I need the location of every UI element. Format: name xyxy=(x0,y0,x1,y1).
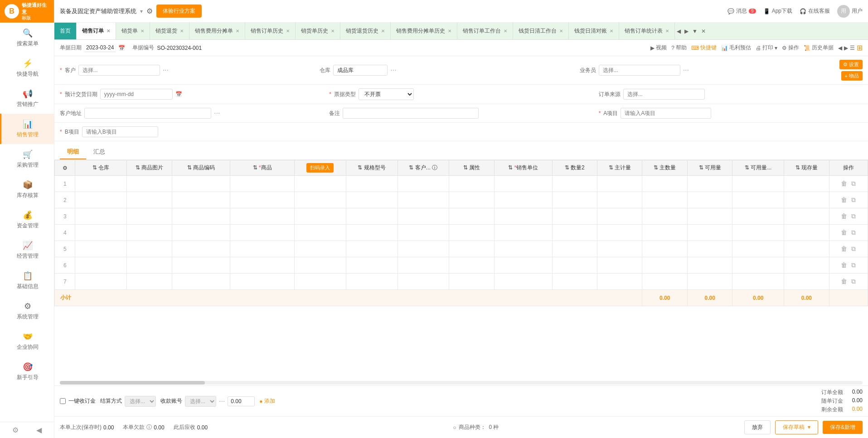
row-attr[interactable] xyxy=(449,176,494,192)
delete-row-icon[interactable]: 🗑 xyxy=(841,229,847,236)
calendar-icon[interactable]: 📅 xyxy=(118,45,125,51)
row-code[interactable] xyxy=(172,192,230,208)
action-shortcut[interactable]: ⌨ 快捷键 xyxy=(691,44,717,52)
row-warehouse[interactable] xyxy=(75,192,127,208)
discard-button[interactable]: 放弃 xyxy=(744,420,771,434)
a-project-input[interactable] xyxy=(621,108,711,119)
notes-input[interactable] xyxy=(343,108,479,119)
row-attr[interactable] xyxy=(449,241,494,257)
row-main-qty[interactable] xyxy=(642,241,687,257)
sidebar-item-operations[interactable]: 📈 经营管理 xyxy=(0,235,54,265)
action-operate[interactable]: ⚙ 操作 xyxy=(782,44,799,52)
sort-icon[interactable]: ⇅ xyxy=(609,164,613,171)
tab-sales-order-history[interactable]: 销售订单历史 ✕ xyxy=(245,23,296,39)
invoice-select[interactable]: 不开票 增值税普通发票 增值税专用发票 xyxy=(359,88,414,100)
row-attr[interactable] xyxy=(449,225,494,241)
copy-row-icon[interactable]: ⧉ xyxy=(851,278,856,285)
copy-row-icon[interactable]: ⧉ xyxy=(851,245,856,252)
row-code[interactable] xyxy=(172,208,230,225)
row-warehouse[interactable] xyxy=(75,208,127,225)
sort-icon[interactable]: ⇅ xyxy=(699,164,703,171)
row-qty2[interactable] xyxy=(552,241,597,257)
draft-dropdown-icon[interactable]: ▾ xyxy=(808,424,810,430)
copy-row-icon[interactable]: ⧉ xyxy=(851,180,856,187)
dropdown-icon[interactable]: ▾ xyxy=(140,8,143,14)
row-main-qty[interactable] xyxy=(642,274,687,290)
sort-icon[interactable]: ⇅ xyxy=(795,164,800,171)
receipt-more-icon[interactable]: ··· xyxy=(219,397,225,405)
salesperson-input[interactable] xyxy=(599,65,680,76)
customer-input[interactable] xyxy=(78,65,160,76)
row-warehouse[interactable] xyxy=(75,241,127,257)
delete-row-icon[interactable]: 🗑 xyxy=(841,261,847,269)
tab-fee-history[interactable]: 销售费用分摊单历史 ✕ xyxy=(391,23,457,39)
sort-icon[interactable]: ⇅ xyxy=(358,164,362,171)
tab-bill-history[interactable]: 销货单历史 ✕ xyxy=(296,23,340,39)
tab-close-icon[interactable]: ✕ xyxy=(504,29,507,34)
action-profit[interactable]: 📊 毛利预估 xyxy=(721,44,751,52)
settings-button[interactable]: ⚙ 设置 xyxy=(839,60,863,69)
copy-row-icon[interactable]: ⧉ xyxy=(851,229,856,236)
row-goods[interactable] xyxy=(230,176,295,192)
row-warehouse[interactable] xyxy=(75,257,127,274)
address-more-icon[interactable]: ··· xyxy=(214,109,220,117)
settings-bottom-icon[interactable]: ⚙ xyxy=(12,426,19,434)
row-unit[interactable] xyxy=(494,225,552,241)
copy-row-icon[interactable]: ⧉ xyxy=(851,212,856,220)
th-scan[interactable]: 扫码录入 xyxy=(295,160,346,176)
tab-close-icon[interactable]: ✕ xyxy=(331,29,335,34)
tab-home[interactable]: 首页 xyxy=(54,23,77,39)
sidebar-item-system[interactable]: ⚙ 系统管理 xyxy=(0,296,54,326)
row-spec[interactable] xyxy=(346,225,398,241)
salesperson-more-icon[interactable]: ··· xyxy=(683,66,689,74)
row-code[interactable] xyxy=(172,225,230,241)
goods-button[interactable]: + 物品 xyxy=(841,71,863,81)
row-spec[interactable] xyxy=(346,176,398,192)
customer-more-icon[interactable]: ··· xyxy=(163,66,169,74)
tab-sales-bill[interactable]: 销货单 ✕ xyxy=(116,23,150,39)
print-dropdown-icon[interactable]: ▾ xyxy=(775,45,777,51)
add-receipt-btn[interactable]: ● 添加 xyxy=(259,397,275,405)
row-qty2[interactable] xyxy=(552,225,597,241)
copy-row-icon[interactable]: ⧉ xyxy=(851,261,856,269)
delete-row-icon[interactable]: 🗑 xyxy=(841,180,847,187)
row-unit[interactable] xyxy=(494,241,552,257)
row-qty2[interactable] xyxy=(552,192,597,208)
delete-row-icon[interactable]: 🗑 xyxy=(841,212,847,220)
delete-row-icon[interactable]: 🗑 xyxy=(841,245,847,252)
sidebar-item-basic-info[interactable]: 📋 基础信息 xyxy=(0,265,54,296)
tab-close-icon[interactable]: ✕ xyxy=(286,29,290,34)
action-print[interactable]: 🖨 打印 ▾ xyxy=(756,44,777,52)
tab-close-icon[interactable]: ✕ xyxy=(559,29,563,34)
row-attr[interactable] xyxy=(449,208,494,225)
row-attr[interactable] xyxy=(449,257,494,274)
tab-sales-return[interactable]: 销货退货 ✕ xyxy=(150,23,189,39)
sidebar-item-enterprise[interactable]: 🤝 企业协同 xyxy=(0,326,54,356)
scroll-track[interactable] xyxy=(60,381,863,385)
row-unit[interactable] xyxy=(494,192,552,208)
row-code[interactable] xyxy=(172,241,230,257)
row-main-qty[interactable] xyxy=(642,257,687,274)
tab-menu-icon[interactable]: ▼ xyxy=(690,28,699,34)
row-goods[interactable] xyxy=(230,208,295,225)
row-customer-code[interactable] xyxy=(398,176,449,192)
row-customer-code[interactable] xyxy=(398,225,449,241)
row-code[interactable] xyxy=(172,176,230,192)
th-gear[interactable]: ⚙ xyxy=(55,160,75,176)
tab-close-all-icon[interactable]: ✕ xyxy=(699,28,708,34)
row-qty2[interactable] xyxy=(552,176,597,192)
row-unit[interactable] xyxy=(494,257,552,274)
row-warehouse[interactable] xyxy=(75,176,127,192)
online-support-item[interactable]: 🎧 在线客服 xyxy=(800,7,830,15)
row-customer-code[interactable] xyxy=(398,241,449,257)
solution-button[interactable]: 体验行业方案 xyxy=(156,5,202,18)
tab-detail[interactable]: 明细 xyxy=(60,145,86,159)
address-input[interactable] xyxy=(84,108,211,119)
quick-order-checkbox[interactable] xyxy=(60,398,66,404)
sidebar-item-search[interactable]: 🔍 搜索菜单 xyxy=(0,23,54,53)
row-unit[interactable] xyxy=(494,274,552,290)
row-code[interactable] xyxy=(172,257,230,274)
row-goods[interactable] xyxy=(230,274,295,290)
action-view[interactable]: ▶ 视频 xyxy=(650,44,667,52)
row-attr[interactable] xyxy=(449,274,494,290)
